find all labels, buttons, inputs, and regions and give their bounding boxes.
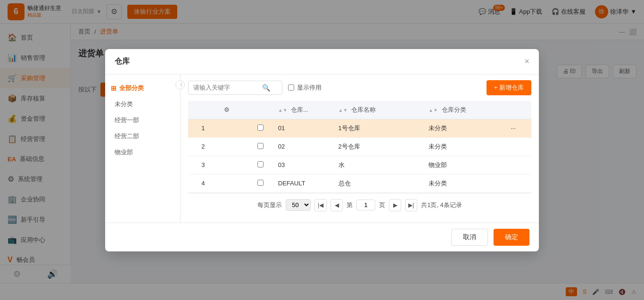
- col-header-more: [495, 101, 531, 119]
- category-item-property[interactable]: 物业部: [105, 144, 180, 160]
- confirm-button[interactable]: 确定: [494, 229, 529, 246]
- modal-overlay: 仓库 × ⊞ 全部分类 未分类 经营一部 经营二部 物业部 《: [0, 0, 644, 300]
- grid-icon: ⊞: [111, 84, 116, 92]
- search-input[interactable]: [193, 84, 259, 91]
- warehouse-table: ⚙ ▲▼ 仓库... ▲▼ 仓库名称: [188, 101, 531, 193]
- row-no: 4: [188, 174, 218, 192]
- row-check[interactable]: [248, 156, 272, 174]
- col-header-gear: ⚙: [218, 101, 248, 119]
- col-header-category: ▲▼ 仓库分类: [423, 101, 495, 119]
- row-name: 水: [333, 156, 423, 174]
- modal-close-button[interactable]: ×: [524, 57, 529, 66]
- row-checkbox[interactable]: [257, 180, 264, 186]
- search-icon: 🔍: [262, 84, 270, 92]
- row-more[interactable]: [495, 156, 531, 174]
- row-category: 未分类: [423, 174, 495, 192]
- modal-title: 仓库: [115, 57, 130, 67]
- table-row[interactable]: 4 DEFAULT 总仓 未分类: [188, 174, 531, 192]
- add-warehouse-button[interactable]: + 新增仓库: [487, 80, 531, 95]
- per-page-select[interactable]: 50: [286, 199, 311, 211]
- row-category: 物业部: [423, 156, 495, 174]
- search-input-wrapper: 🔍: [188, 81, 282, 95]
- category-item-unclassified[interactable]: 未分类: [105, 96, 180, 112]
- row-check[interactable]: [248, 174, 272, 192]
- row-no: 2: [188, 137, 218, 156]
- last-page-button[interactable]: ▶|: [405, 199, 417, 211]
- cancel-button[interactable]: 取消: [451, 229, 488, 246]
- row-checkbox[interactable]: [257, 143, 264, 149]
- table-row[interactable]: 2 02 2号仓库 未分类: [188, 137, 531, 156]
- prev-page-button[interactable]: ◀: [330, 199, 343, 211]
- row-check[interactable]: [248, 137, 272, 156]
- row-category: 未分类: [423, 137, 495, 156]
- row-check[interactable]: [248, 119, 272, 137]
- table-body: 1 01 1号仓库 未分类 ··· 2: [188, 119, 531, 192]
- row-more[interactable]: ···: [495, 119, 531, 137]
- row-gear: [218, 119, 248, 137]
- table-container: ⚙ ▲▼ 仓库... ▲▼ 仓库名称: [188, 101, 531, 193]
- row-gear: [218, 174, 248, 192]
- category-item-dept2[interactable]: 经营二部: [105, 128, 180, 144]
- next-page-button[interactable]: ▶: [389, 199, 401, 211]
- row-name: 2号仓库: [333, 137, 423, 156]
- row-checkbox[interactable]: [257, 125, 264, 131]
- page-input[interactable]: [356, 200, 375, 210]
- col-header-code: ▲▼ 仓库...: [272, 101, 333, 119]
- row-name: 1号仓库: [333, 119, 423, 137]
- page-label: 第: [347, 201, 353, 209]
- col-header-no: [188, 101, 218, 119]
- col-header-check: [248, 101, 272, 119]
- row-code: 03: [272, 156, 333, 174]
- modal-header: 仓库 ×: [105, 49, 539, 75]
- total-info: 共1页, 4条记录: [421, 201, 462, 209]
- row-no: 1: [188, 119, 218, 137]
- modal-main-content: 🔍 显示停用 + 新增仓库: [181, 75, 539, 223]
- row-name: 总仓: [333, 174, 423, 192]
- show-disabled-label[interactable]: 显示停用: [288, 83, 322, 92]
- table-header: ⚙ ▲▼ 仓库... ▲▼ 仓库名称: [188, 101, 531, 119]
- show-disabled-checkbox[interactable]: [288, 84, 294, 91]
- row-checkbox[interactable]: [257, 161, 264, 167]
- row-more[interactable]: [495, 137, 531, 156]
- row-no: 3: [188, 156, 218, 174]
- all-categories-header[interactable]: ⊞ 全部分类: [105, 80, 180, 96]
- modal-body: ⊞ 全部分类 未分类 经营一部 经营二部 物业部 《 🔍: [105, 75, 539, 223]
- modal-footer: 取消 确定: [105, 223, 539, 251]
- row-code: DEFAULT: [272, 174, 333, 192]
- row-more[interactable]: [495, 174, 531, 192]
- row-gear: [218, 137, 248, 156]
- modal-pagination: 每页显示 50 |◀ ◀ 第 页 ▶ ▶| 共1页, 4条记录: [188, 193, 531, 217]
- row-gear: [218, 156, 248, 174]
- category-item-dept1[interactable]: 经营一部: [105, 112, 180, 128]
- collapse-sidebar-button[interactable]: 《: [175, 80, 185, 90]
- row-category: 未分类: [423, 119, 495, 137]
- row-code: 01: [272, 119, 333, 137]
- modal-search-row: 🔍 显示停用 + 新增仓库: [188, 80, 531, 95]
- row-code: 02: [272, 137, 333, 156]
- col-header-name: ▲▼ 仓库名称: [333, 101, 423, 119]
- table-row[interactable]: 1 01 1号仓库 未分类 ···: [188, 119, 531, 137]
- table-row[interactable]: 3 03 水 物业部: [188, 156, 531, 174]
- page-unit: 页: [379, 201, 385, 209]
- warehouse-modal: 仓库 × ⊞ 全部分类 未分类 经营一部 经营二部 物业部 《: [105, 49, 539, 251]
- first-page-button[interactable]: |◀: [314, 199, 327, 211]
- modal-category-sidebar: ⊞ 全部分类 未分类 经营一部 经营二部 物业部 《: [105, 75, 181, 223]
